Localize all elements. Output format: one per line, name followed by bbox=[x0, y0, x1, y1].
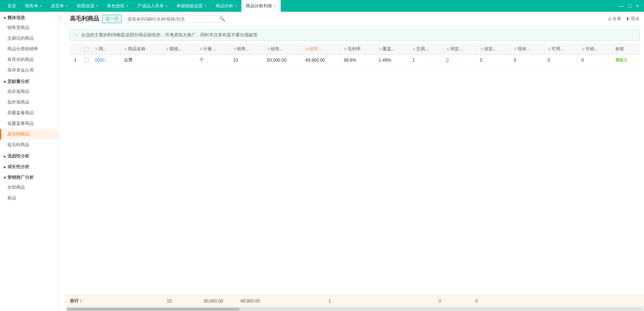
col-sellable[interactable]: ⇅可销... bbox=[579, 44, 612, 55]
cell-code[interactable]: 0000... bbox=[92, 55, 121, 66]
nav-close-permissions[interactable]: × bbox=[96, 4, 98, 8]
col-browse2[interactable]: ⇅浏览... bbox=[477, 44, 511, 55]
window-minimize-button[interactable]: — bbox=[616, 3, 626, 9]
sidebar-item-high-value[interactable]: 高价值商品 bbox=[0, 86, 58, 97]
nav-item-product-analysis[interactable]: 商品分析 × bbox=[211, 0, 241, 12]
cell-available: 0 bbox=[545, 55, 579, 66]
nav-close-product-inbound[interactable]: × bbox=[165, 4, 168, 8]
cell-transaction: 1 bbox=[410, 55, 443, 66]
sidebar-item-category-sales-rate[interactable]: 商品分类助销率 bbox=[0, 44, 58, 54]
sidebar-item-all-goods[interactable]: 全部商品 bbox=[0, 182, 58, 193]
info-icon: ☆ bbox=[75, 32, 79, 38]
cell-sales-amt: 50,000.00 bbox=[264, 55, 302, 66]
col-num bbox=[70, 44, 81, 55]
col-sales-qty[interactable]: ⇅销售... bbox=[230, 44, 264, 55]
nav-item-purchase[interactable]: 进货单 × bbox=[46, 0, 72, 12]
nav-close-roles[interactable]: × bbox=[126, 4, 128, 8]
cell-browse2: 0 bbox=[477, 55, 511, 66]
sidebar-item-traded-goods[interactable]: 交易过的商品 bbox=[0, 33, 58, 44]
chevron-down-icon: ▾ bbox=[4, 15, 6, 21]
sidebar-section-marketing[interactable]: ▾ 营销推广分析 bbox=[0, 171, 58, 182]
sidebar-item-low-coverage[interactable]: 低覆盖量商品 bbox=[0, 118, 58, 129]
footer-transaction: 1 bbox=[325, 299, 355, 304]
window-close-button[interactable]: × bbox=[634, 3, 641, 9]
nav-close-product-analysis-list[interactable]: × bbox=[274, 4, 276, 8]
footer-sales-qty: 10 bbox=[164, 299, 193, 304]
sidebar-item-high-gross[interactable]: 高毛利商品 bbox=[0, 129, 58, 140]
sidebar: ▾ 整体信息 销售货商品 交易过的商品 商品分类助销率 有库存的商品 库存资金占… bbox=[0, 12, 59, 311]
sidebar-item-low-gross[interactable]: 低毛利商品 bbox=[0, 140, 58, 150]
sidebar-item-high-coverage[interactable]: 高覆盖量商品 bbox=[0, 108, 58, 118]
nav-item-permissions[interactable]: 权限设置 × bbox=[72, 0, 102, 12]
nav-close-product-analysis[interactable]: × bbox=[235, 4, 237, 8]
cell-sellable: 0 bbox=[579, 55, 612, 66]
scroll-thumb[interactable] bbox=[67, 308, 240, 311]
table-row: 1 0000... 运费 个 10 50,000.00 49,900.00 99… bbox=[70, 55, 640, 66]
nav-item-home[interactable]: 首页 bbox=[3, 0, 21, 12]
footer-available: 0 bbox=[472, 299, 502, 304]
sidebar-item-inventory-capital[interactable]: 库存资金占用 bbox=[0, 65, 58, 76]
nav-close-template-settings[interactable]: × bbox=[204, 4, 206, 8]
footer-sales-amt: 50,000.00 bbox=[201, 299, 230, 304]
cell-gross-rate: 99.8% bbox=[341, 55, 376, 66]
cell-sales-cost: 49,900.00 bbox=[302, 55, 341, 66]
content-area: 高毛利商品 近一月 🔍 ⎋ 分享 ⬆ 导出 ☆ 企业的主要的利润都是这部分商品创… bbox=[65, 12, 644, 311]
sidebar-item-low-value[interactable]: 低价值商品 bbox=[0, 97, 58, 108]
col-spec[interactable]: ⇅规格... bbox=[163, 44, 197, 55]
sidebar-item-new-goods[interactable]: 新品 bbox=[0, 193, 58, 203]
cell-name: 运费 bbox=[121, 55, 162, 66]
search-icon[interactable]: 🔍 bbox=[219, 16, 225, 22]
top-navigation: 首页 销售单 × 进货单 × 权限设置 × 角色授权 × 产成品入库单 × 单据… bbox=[0, 0, 644, 12]
cell-check[interactable] bbox=[81, 55, 92, 66]
table-container: ⇅商... ⇅商品名称 ⇅规格... ⇅计量... ⇅销售... ⇅销售... … bbox=[65, 44, 644, 169]
col-code[interactable]: ⇅商... bbox=[92, 44, 121, 55]
cell-unit: 个 bbox=[197, 55, 230, 66]
col-tag: 标签 bbox=[612, 44, 640, 55]
col-coverage[interactable]: ⇅覆盖... bbox=[376, 44, 410, 55]
share-button[interactable]: ⎋ 分享 bbox=[608, 16, 621, 22]
cell-tag: 高收入 bbox=[612, 55, 640, 66]
sidebar-section-contribution[interactable]: ▾ 贡献量分析 bbox=[0, 76, 58, 86]
sidebar-section-growth[interactable]: ▸ 成长性分析 bbox=[0, 161, 58, 171]
filter-recent-month-button[interactable]: 近一月 bbox=[102, 15, 122, 23]
share-icon: ⎋ bbox=[608, 16, 611, 22]
search-input[interactable] bbox=[127, 17, 219, 22]
col-available[interactable]: ⇅可用... bbox=[545, 44, 579, 55]
col-transaction[interactable]: ⇅交易... bbox=[410, 44, 443, 55]
sidebar-item-sales-goods[interactable]: 销售货商品 bbox=[0, 22, 58, 33]
col-check[interactable] bbox=[81, 44, 92, 55]
nav-close-purchase[interactable]: × bbox=[65, 4, 68, 8]
export-button[interactable]: ⬆ 导出 bbox=[626, 16, 640, 22]
nav-close-sales[interactable]: × bbox=[40, 4, 42, 8]
col-sales-cost[interactable]: ⇅销售... bbox=[302, 44, 341, 55]
export-icon: ⬆ bbox=[626, 16, 630, 22]
page-title: 高毛利商品 bbox=[70, 15, 99, 23]
cell-sales-qty: 10 bbox=[230, 55, 264, 66]
scroll-track[interactable] bbox=[67, 308, 643, 311]
horizontal-scrollbar[interactable] bbox=[65, 307, 644, 311]
content-header: 高毛利商品 近一月 🔍 ⎋ 分享 ⬆ 导出 bbox=[65, 12, 644, 26]
cell-coverage: 1.49% bbox=[376, 55, 410, 66]
sidebar-section-general[interactable]: ▾ 整体信息 bbox=[0, 12, 58, 22]
col-sales-amt[interactable]: ⇅销售... bbox=[264, 44, 302, 55]
col-unit[interactable]: ⇅计量... bbox=[197, 44, 230, 55]
nav-item-sales[interactable]: 销售单 × bbox=[21, 0, 46, 12]
sidebar-collapse-button[interactable]: 《 bbox=[55, 15, 62, 21]
cell-browse1[interactable]: 0 bbox=[443, 55, 477, 66]
nav-item-product-analysis-list[interactable]: 商品分析列表 × bbox=[241, 0, 280, 12]
chevron-down-icon2: ▾ bbox=[4, 79, 6, 84]
col-gross-rate[interactable]: ⇅毛利率 bbox=[341, 44, 376, 55]
sidebar-section-trend[interactable]: ▸ 流趋性分析 bbox=[0, 150, 58, 161]
col-browse1[interactable]: ⇅浏览... bbox=[443, 44, 477, 55]
chevron-right-icon2: ▸ bbox=[4, 164, 6, 170]
window-maximize-button[interactable]: □ bbox=[626, 3, 633, 9]
col-name[interactable]: ⇅商品名称 bbox=[121, 44, 162, 55]
sidebar-item-in-stock-goods[interactable]: 有库存的商品 bbox=[0, 54, 58, 65]
cell-spec bbox=[163, 55, 197, 66]
nav-item-roles[interactable]: 角色授权 × bbox=[102, 0, 133, 12]
nav-item-product-inbound[interactable]: 产成品入库单 × bbox=[133, 0, 172, 12]
nav-item-template-settings[interactable]: 单据模板设置 × bbox=[172, 0, 211, 12]
footer-current: 0 bbox=[436, 299, 465, 304]
col-current[interactable]: ⇅现有... bbox=[511, 44, 545, 55]
cell-num: 1 bbox=[70, 55, 81, 66]
